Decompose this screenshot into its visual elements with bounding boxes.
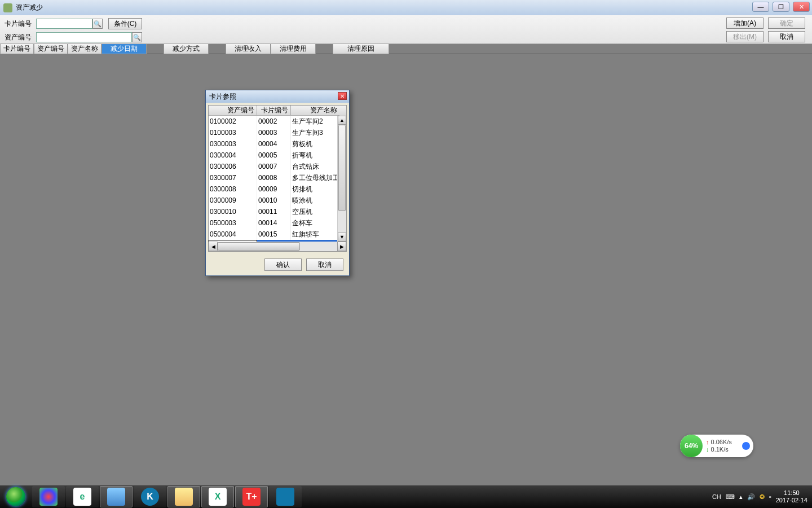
reference-grid: 资产编号卡片编号资产名称 010000200002生产车间20100003000… <box>208 105 347 252</box>
grid-column-header[interactable]: 资产名称 <box>291 106 339 116</box>
start-button[interactable] <box>0 485 32 508</box>
asset-no-input[interactable] <box>36 32 132 42</box>
column-header[interactable]: 资产编号 <box>34 44 68 54</box>
grid-column-header[interactable]: 资产编号 <box>209 106 257 116</box>
hscroll-thumb[interactable] <box>218 242 300 251</box>
asset-search-button[interactable]: 🔍 <box>132 32 142 42</box>
table-cell: 台式钻床 <box>291 161 339 172</box>
dialog-title: 卡片参照 <box>209 92 236 102</box>
table-cell: 0100003 <box>209 127 257 138</box>
scroll-left-icon[interactable]: ◀ <box>209 242 218 251</box>
ok-button[interactable]: 确定 <box>768 17 805 29</box>
grid-vertical-scrollbar[interactable]: ▲ ▼ <box>337 116 346 242</box>
table-cell: 红旗轿车 <box>291 229 339 240</box>
scroll-up-icon[interactable]: ▲ <box>338 116 346 125</box>
search-icon: 🔍 <box>94 20 102 28</box>
column-header[interactable]: 资产名称 <box>68 44 102 54</box>
table-row[interactable]: 030000800009切排机 <box>209 183 346 195</box>
table-row[interactable]: 010000200002生产车间2 <box>209 116 346 127</box>
table-cell: 0300009 <box>209 195 257 206</box>
table-cell: 00007 <box>257 161 291 172</box>
column-header[interactable]: 清理费用 <box>271 44 316 54</box>
column-header[interactable]: 减少方式 <box>164 44 209 54</box>
table-row[interactable]: 030000400005折弯机 <box>209 150 346 161</box>
dialog-ok-button[interactable]: 确认 <box>264 259 302 271</box>
table-cell: 生产车间3 <box>291 127 339 138</box>
condition-button[interactable]: 条件(C) <box>108 18 142 29</box>
table-row[interactable]: 030001000011空压机 <box>209 206 346 217</box>
tray-clock[interactable]: 11:50 2017-02-14 <box>776 489 807 504</box>
scroll-right-icon[interactable]: ▶ <box>337 242 346 251</box>
card-no-label: 卡片编号 <box>5 19 36 29</box>
table-cell: 00005 <box>257 150 291 161</box>
table-row[interactable]: 010000300003生产车间3 <box>209 127 346 138</box>
table-row[interactable]: 030000300004剪板机 <box>209 138 346 150</box>
column-header[interactable]: 卡片编号 <box>0 44 34 54</box>
table-cell: 切排机 <box>291 183 339 195</box>
taskbar-ie[interactable]: e <box>66 486 99 507</box>
windows-orb-icon <box>6 487 25 506</box>
card-search-button[interactable]: 🔍 <box>92 19 103 29</box>
taskbar-app-8[interactable] <box>269 486 302 507</box>
taskbar-excel[interactable]: X <box>201 486 234 507</box>
taskbar-tplus[interactable]: T+ <box>235 486 268 507</box>
column-header[interactable]: 减少日期 <box>102 44 147 54</box>
dialog-titlebar[interactable]: 卡片参照 ✕ <box>206 90 349 103</box>
minimize-button[interactable]: — <box>752 2 769 12</box>
table-cell: 0300004 <box>209 150 257 161</box>
cancel-button[interactable]: 取消 <box>768 31 805 42</box>
taskbar-kugou[interactable]: K <box>134 486 166 507</box>
dialog-cancel-button[interactable]: 取消 <box>306 259 343 271</box>
dialog-close-button[interactable]: ✕ <box>338 92 347 100</box>
table-row[interactable]: 030000600007台式钻床 <box>209 161 346 172</box>
moveout-button[interactable]: 移出(M) <box>726 31 764 42</box>
table-cell: 0300007 <box>209 172 257 183</box>
table-cell: 0300003 <box>209 138 257 150</box>
table-row[interactable]: 030000900010喷涂机 <box>209 195 346 206</box>
folder-icon <box>175 488 193 506</box>
grid-column-header[interactable]: 卡片编号 <box>257 106 291 116</box>
table-cell: 多工位母线加工 <box>291 172 339 183</box>
ime-indicator[interactable]: CH <box>712 493 721 500</box>
table-cell: 00009 <box>257 183 291 195</box>
card-no-input[interactable] <box>36 19 92 29</box>
taskbar-app-1[interactable] <box>32 486 65 507</box>
table-cell: 0300010 <box>209 206 257 217</box>
taskbar-app-image[interactable] <box>100 486 133 507</box>
maximize-button[interactable]: ❐ <box>773 2 789 12</box>
scroll-down-icon[interactable]: ▼ <box>338 233 346 242</box>
table-cell: 0500004 <box>209 229 257 240</box>
table-cell: 空压机 <box>291 206 339 217</box>
app-icon <box>3 3 12 12</box>
close-button[interactable]: ✕ <box>793 2 810 12</box>
table-cell: 00011 <box>257 206 291 217</box>
taskbar-explorer[interactable] <box>167 486 200 507</box>
table-cell: 0300008 <box>209 183 257 195</box>
search-icon: 🔍 <box>133 34 141 41</box>
table-row[interactable]: 030000700008多工位母线加工 <box>209 172 346 183</box>
battery-percent: 64% <box>680 435 703 457</box>
column-header[interactable]: 清理原因 <box>333 44 389 54</box>
badge-dot-icon <box>742 442 750 450</box>
excel-icon: X <box>209 488 227 506</box>
table-row[interactable]: 050000300014金杯车 <box>209 217 346 229</box>
table-row[interactable]: 050000400015红旗轿车 <box>209 229 346 240</box>
keyboard-icon[interactable]: ⌨ <box>726 493 735 501</box>
window-titlebar: 资产减少 — ❐ ✕ <box>0 0 812 15</box>
add-button[interactable]: 增加(A) <box>726 17 764 29</box>
table-cell: 折弯机 <box>291 150 339 161</box>
table-cell: 00002 <box>257 116 291 127</box>
network-monitor-badge[interactable]: 64% 0.06K/s 0.1K/s <box>680 435 753 457</box>
volume-icon[interactable]: 🔊 <box>747 493 755 501</box>
grid-horizontal-scrollbar[interactable]: ◀ ▶ <box>209 242 346 251</box>
table-cell: 00015 <box>257 229 291 240</box>
toolbar: 卡片编号 🔍 条件(C) 资产编号 🔍 增加(A) 确定 移出(M) 取消 <box>0 15 812 44</box>
tray-up-icon[interactable]: ▴ <box>739 493 743 501</box>
table-cell: 0100002 <box>209 116 257 127</box>
scroll-thumb[interactable] <box>338 125 346 211</box>
column-header[interactable]: 清理收入 <box>226 44 271 54</box>
card-reference-dialog: 卡片参照 ✕ 资产编号卡片编号资产名称 010000200002生产车间2010… <box>205 90 350 276</box>
tray-icon[interactable]: ❂ <box>760 493 765 501</box>
table-cell: 00004 <box>257 138 291 150</box>
action-center-icon[interactable]: ▫ <box>769 493 771 500</box>
